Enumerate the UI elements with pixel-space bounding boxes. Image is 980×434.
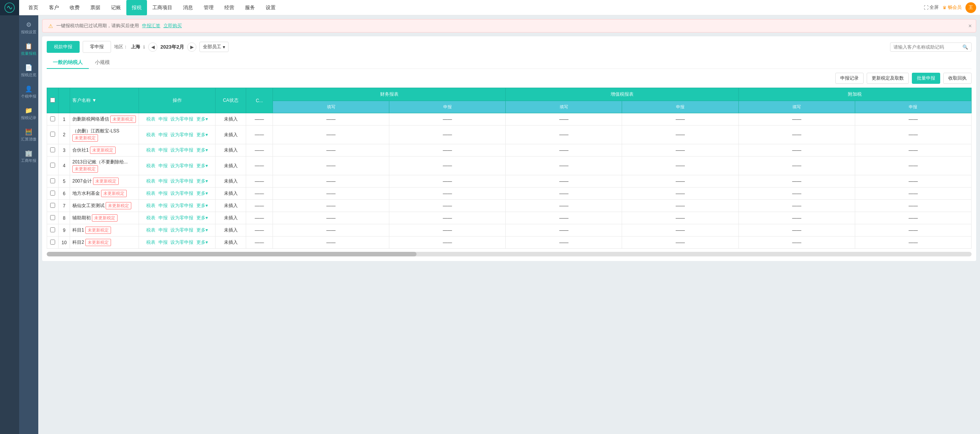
row-check-cell[interactable]	[47, 144, 59, 157]
row-check-cell[interactable]	[47, 175, 59, 188]
op-more[interactable]: 更多▾	[196, 116, 208, 122]
op-more[interactable]: 更多▾	[196, 227, 208, 233]
alert-link-apply[interactable]: 申报汇签	[142, 23, 160, 29]
op-more[interactable]: 更多▾	[196, 215, 208, 220]
row-checkbox[interactable]	[50, 240, 55, 245]
tab-zero-apply[interactable]: 零申报	[83, 41, 111, 53]
op-tax-table[interactable]: 税表	[146, 240, 155, 245]
op-apply[interactable]: 申报	[158, 227, 168, 233]
op-apply[interactable]: 申报	[158, 163, 168, 168]
op-tax-table[interactable]: 税表	[146, 147, 155, 153]
row-checkbox[interactable]	[50, 132, 55, 137]
search-icon[interactable]: 🔍	[962, 44, 968, 50]
tab-tax-apply[interactable]: 税款申报	[47, 41, 80, 53]
nav-message[interactable]: 消息	[178, 0, 198, 15]
search-input[interactable]	[893, 44, 962, 50]
scrollbar-thumb[interactable]	[47, 252, 416, 256]
op-zero-apply[interactable]: 设为零申报	[170, 203, 193, 208]
op-tax-table[interactable]: 税表	[146, 227, 155, 233]
op-more[interactable]: 更多▾	[196, 178, 208, 184]
sub-tab-small[interactable]: 小规模	[89, 57, 116, 69]
dept-selector[interactable]: 全部员工 ▾	[199, 42, 229, 52]
alert-close-button[interactable]: ✕	[968, 23, 972, 29]
side-panel-item-settlement[interactable]: 🧮 汇算清缴	[19, 124, 38, 146]
side-panel-item-personal-tax[interactable]: 👤 个税申报	[19, 82, 38, 103]
op-more[interactable]: 更多▾	[196, 203, 208, 208]
sort-icon[interactable]: ▼	[92, 98, 96, 103]
side-panel-item-tax-settings[interactable]: ⚙ 报税设置	[19, 17, 38, 39]
side-panel-item-batch-tax[interactable]: 📋 批量报税	[19, 39, 38, 60]
op-more[interactable]: 更多▾	[196, 132, 208, 137]
op-apply[interactable]: 申报	[158, 203, 168, 208]
op-zero-apply[interactable]: 设为零申报	[170, 116, 193, 122]
row-check-cell[interactable]	[47, 200, 59, 212]
nav-home[interactable]: 首页	[23, 0, 44, 15]
row-check-cell[interactable]	[47, 157, 59, 175]
sub-tab-general[interactable]: 一般的纳税人	[47, 57, 89, 69]
nav-setting[interactable]: 设置	[260, 0, 281, 15]
row-check-cell[interactable]	[47, 212, 59, 224]
op-zero-apply[interactable]: 设为零申报	[170, 191, 193, 196]
op-apply[interactable]: 申报	[158, 147, 168, 153]
op-tax-table[interactable]: 税表	[146, 203, 155, 208]
op-zero-apply[interactable]: 设为零申报	[170, 227, 193, 233]
op-more[interactable]: 更多▾	[196, 147, 208, 153]
op-more[interactable]: 更多▾	[196, 191, 208, 196]
upgrade-button[interactable]: ♛ 畅会员	[942, 4, 962, 11]
op-zero-apply[interactable]: 设为零申报	[170, 132, 193, 137]
nav-invoice[interactable]: 票据	[85, 0, 106, 15]
row-checkbox[interactable]	[50, 163, 55, 168]
op-zero-apply[interactable]: 设为零申报	[170, 178, 193, 184]
alert-link-buy[interactable]: 立即购买	[163, 23, 182, 29]
op-zero-apply[interactable]: 设为零申报	[170, 147, 193, 153]
row-check-cell[interactable]	[47, 126, 59, 144]
fullscreen-button[interactable]: ⛶ 全屏	[924, 4, 939, 11]
op-more[interactable]: 更多▾	[196, 163, 208, 168]
prev-period-button[interactable]: ◀	[148, 42, 157, 52]
op-tax-table[interactable]: 税表	[146, 178, 155, 184]
info-icon[interactable]: ℹ	[143, 44, 145, 50]
next-period-button[interactable]: ▶	[187, 42, 196, 52]
avatar[interactable]: 王	[965, 2, 976, 13]
op-apply[interactable]: 申报	[158, 132, 168, 137]
side-panel-item-annual-report[interactable]: 🏢 工商年报	[19, 146, 38, 167]
revoke-button[interactable]: 收取回执	[943, 73, 972, 84]
op-tax-table[interactable]: 税表	[146, 215, 155, 220]
row-checkbox[interactable]	[50, 147, 55, 152]
op-apply[interactable]: 申报	[158, 116, 168, 122]
op-more[interactable]: 更多▾	[196, 240, 208, 245]
op-tax-table[interactable]: 税表	[146, 163, 155, 168]
op-apply[interactable]: 申报	[158, 215, 168, 220]
nav-fee[interactable]: 收费	[64, 0, 85, 15]
row-check-cell[interactable]	[47, 113, 59, 126]
op-tax-table[interactable]: 税表	[146, 116, 155, 122]
select-all-checkbox[interactable]	[50, 98, 55, 103]
apply-record-button[interactable]: 申报记录	[835, 73, 864, 84]
op-tax-table[interactable]: 税表	[146, 132, 155, 137]
op-zero-apply[interactable]: 设为零申报	[170, 240, 193, 245]
row-checkbox[interactable]	[50, 116, 55, 121]
op-apply[interactable]: 申报	[158, 240, 168, 245]
row-checkbox[interactable]	[50, 178, 55, 183]
op-zero-apply[interactable]: 设为零申报	[170, 215, 193, 220]
row-checkbox[interactable]	[50, 215, 55, 220]
op-zero-apply[interactable]: 设为零申报	[170, 163, 193, 168]
nav-tax[interactable]: 报税	[126, 0, 147, 15]
horizontal-scrollbar[interactable]	[47, 252, 972, 256]
side-panel-item-overview[interactable]: 📄 报税总览	[19, 60, 38, 82]
nav-business[interactable]: 工商项目	[147, 0, 178, 15]
update-quota-button[interactable]: 更新税定及取数	[867, 73, 909, 84]
nav-accounting[interactable]: 记账	[106, 0, 126, 15]
row-check-cell[interactable]	[47, 188, 59, 200]
side-panel-item-tax-record[interactable]: 📁 报税记录	[19, 103, 38, 124]
op-apply[interactable]: 申报	[158, 178, 168, 184]
op-apply[interactable]: 申报	[158, 191, 168, 196]
nav-service[interactable]: 服务	[240, 0, 260, 15]
op-tax-table[interactable]: 税表	[146, 191, 155, 196]
row-check-cell[interactable]	[47, 224, 59, 237]
nav-manage[interactable]: 管理	[198, 0, 219, 15]
row-check-cell[interactable]	[47, 237, 59, 249]
row-checkbox[interactable]	[50, 203, 55, 208]
row-checkbox[interactable]	[50, 191, 55, 196]
nav-customer[interactable]: 客户	[44, 0, 64, 15]
